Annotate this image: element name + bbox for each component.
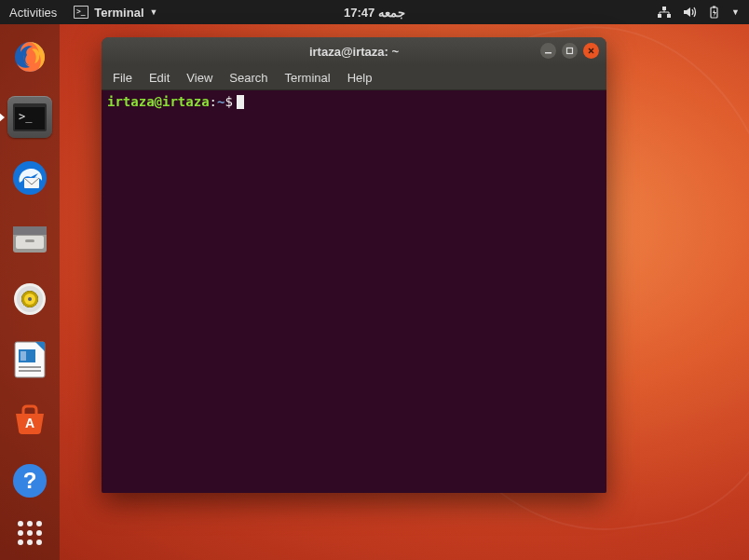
svg-rect-7 [713,7,715,8]
prompt-userhost: irtaza@irtaza [107,94,210,109]
app-menu-label: Terminal [94,6,143,20]
terminal-window: irtaza@irtaza: ~ File Edit View Search T… [102,37,606,493]
dock-firefox[interactable] [7,35,52,77]
app-menu[interactable]: >_ Terminal ▼ [74,6,157,20]
dock-rhythmbox[interactable] [7,279,52,321]
show-applications-button[interactable] [18,521,42,545]
svg-text:>_: >_ [76,7,86,16]
terminal-cursor [237,95,244,109]
svg-rect-15 [13,226,47,235]
dock-ubuntu-software[interactable]: A [7,400,52,442]
dock-thunderbird[interactable] [7,157,52,198]
close-button[interactable] [583,43,599,59]
launcher-dock: >_ A ? [0,24,60,560]
terminal-body[interactable]: irtaza@irtaza:~$ [102,90,606,493]
dock-files[interactable] [7,217,52,259]
svg-text:>_: >_ [19,110,33,123]
terminal-icon: >_ [74,6,89,19]
svg-rect-26 [20,351,26,361]
svg-rect-3 [662,7,666,10]
menu-search[interactable]: Search [229,71,267,85]
menu-help[interactable]: Help [347,71,373,85]
svg-rect-27 [19,366,41,368]
battery-icon[interactable] [708,6,720,19]
dock-terminal[interactable]: >_ [7,96,52,138]
svg-rect-33 [567,48,573,54]
minimize-button[interactable] [540,43,556,59]
volume-icon[interactable] [683,6,697,19]
network-icon[interactable] [657,6,672,19]
menu-view[interactable]: View [186,71,212,85]
prompt-sigil: $ [225,94,232,109]
svg-rect-4 [658,14,661,18]
dock-help[interactable]: ? [7,460,52,502]
menu-edit[interactable]: Edit [149,71,170,85]
svg-text:A: A [25,416,34,430]
activities-button[interactable]: Activities [9,6,57,20]
dock-libreoffice-writer[interactable] [7,339,52,381]
window-titlebar[interactable]: irtaza@irtaza: ~ [102,37,606,65]
system-menu-chevron-icon[interactable]: ▼ [731,7,740,17]
chevron-down-icon: ▼ [150,7,158,17]
svg-rect-5 [667,14,671,18]
svg-rect-32 [545,52,552,54]
menu-bar: File Edit View Search Terminal Help [102,65,606,90]
prompt-sep: : [210,94,217,109]
svg-point-23 [28,297,32,301]
svg-text:?: ? [23,468,37,493]
svg-rect-17 [25,239,34,242]
top-bar: Activities >_ Terminal ▼ جمعه 17:47 ▼ [0,0,749,24]
menu-terminal[interactable]: Terminal [285,71,331,85]
maximize-button[interactable] [562,43,578,59]
window-title: irtaza@irtaza: ~ [309,45,399,59]
menu-file[interactable]: File [113,71,132,85]
svg-rect-28 [19,370,41,372]
clock[interactable]: جمعه 17:47 [344,6,405,20]
